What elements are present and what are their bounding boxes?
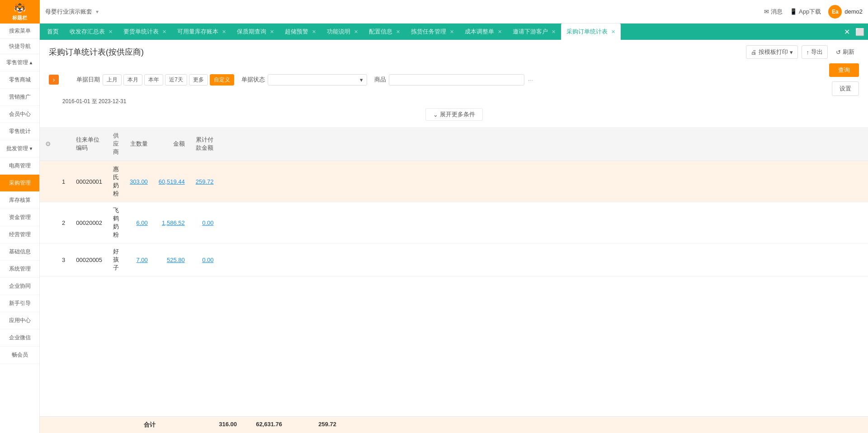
tab-goods-stats[interactable]: 要货单统计表 ✕ (118, 24, 172, 40)
sidebar-item-finance[interactable]: 资金管理 (0, 209, 39, 226)
avatar: Ea (828, 5, 842, 19)
close-icon[interactable]: ✕ (611, 29, 615, 35)
page-title: 采购订单统计表(按供应商) (49, 47, 144, 57)
sidebar-item-new-guide[interactable]: 新手引导 (0, 295, 39, 312)
tab-goods-stats-label: 要货单统计表 (123, 28, 159, 36)
filter-status-select[interactable]: ▾ (268, 74, 367, 86)
export-icon: ↑ (807, 49, 810, 56)
tab-inventory-book[interactable]: 可用量库存账本 ✕ (172, 24, 231, 40)
filter-date-this-year[interactable]: 本年 (144, 74, 163, 86)
refresh-button[interactable]: ↺ 刷新 (831, 46, 859, 58)
sidebar-items-list: 零售管理 ▲ 零售商城 营销推广 会员中心 零售统计 批发管理 ▼ 电商管理 采… (0, 54, 39, 433)
tab-invite-downstream[interactable]: 邀请下游客户 ✕ (507, 24, 561, 40)
table-row: 3 00020005 好孩子 7.00 525.80 0.00 (40, 243, 868, 276)
filter-date-this-month[interactable]: 本月 (123, 74, 142, 86)
td-supplier: 惠氏奶粉 (108, 161, 124, 202)
tab-overstock[interactable]: 超储预警 ✕ (279, 24, 321, 40)
sidebar-item-retail-stats[interactable]: 零售统计 (0, 123, 39, 140)
filter-goods-group: 商品 ··· (374, 74, 535, 86)
td-paid-amount: 259.72 (190, 161, 219, 202)
topbar-message-btn[interactable]: ✉ 消息 (764, 8, 783, 16)
sidebar-item-basic-info[interactable]: 基础信息 (0, 243, 39, 261)
dropdown-arrow-icon[interactable]: ▾ (96, 9, 99, 15)
sidebar-item-system-manage[interactable]: 系统管理 (0, 261, 39, 278)
tab-func-desc[interactable]: 功能说明 ✕ (321, 24, 363, 40)
export-button[interactable]: ↑ 导出 (802, 45, 828, 59)
td-settings (40, 243, 57, 276)
close-icon[interactable]: ✕ (450, 29, 454, 35)
setting-button[interactable]: 设置 (832, 81, 859, 96)
close-icon[interactable]: ✕ (354, 29, 358, 35)
tab-expiry-query[interactable]: 保质期查询 ✕ (231, 24, 279, 40)
sidebar-nav-label[interactable]: 快捷导航 (0, 39, 39, 54)
tab-purchase-order-stats-label: 采购订单统计表 (566, 28, 608, 36)
tab-cost-adjust[interactable]: 成本调整单 ✕ (459, 24, 507, 40)
sidebar-item-wholesale-manage[interactable]: 批发管理 ▼ (0, 140, 39, 157)
close-icon[interactable]: ✕ (498, 29, 502, 35)
close-icon[interactable]: ✕ (552, 29, 556, 35)
close-icon[interactable]: ✕ (222, 29, 226, 35)
sidebar-item-inventory[interactable]: 库存核算 (0, 192, 39, 209)
filter-collapse-btn[interactable]: › (49, 75, 59, 85)
sidebar-item-vip[interactable]: 畅会员 (0, 347, 39, 364)
close-icon[interactable]: ✕ (270, 29, 274, 35)
footer-paid-amount: 259.72 (288, 421, 342, 429)
print-button[interactable]: 🖨 按模板打印 ▾ (746, 45, 798, 59)
filter-bar: › 单据日期 上月 本月 本年 近7天 更多 自定义 (49, 63, 859, 127)
sidebar-item-enterprise-wechat[interactable]: 企业微信 (0, 329, 39, 347)
settings-icon[interactable]: ⚙ (45, 140, 51, 148)
tab-config-label: 配置信息 (369, 28, 392, 36)
footer-unit-code (84, 421, 138, 429)
close-icon[interactable]: ✕ (312, 29, 316, 35)
sidebar-item-enterprise-coop[interactable]: 企业协同 (0, 278, 39, 295)
sidebar-item-ecommerce[interactable]: 电商管理 (0, 157, 39, 175)
page: 采购订单统计表(按供应商) 🖨 按模板打印 ▾ ↑ 导出 ↺ 刷新 (40, 40, 868, 433)
expand-more-btn[interactable]: ⌄ 展开更多条件 (425, 108, 483, 121)
tab-func-desc-label: 功能说明 (327, 28, 350, 36)
sidebar-item-marketing[interactable]: 营销推广 (0, 89, 39, 106)
table-footer: 合计 316.00 62,631.76 259.72 (40, 416, 868, 433)
logo-text: 标题栏 (12, 14, 27, 21)
sidebar-item-app-center[interactable]: 应用中心 (0, 312, 39, 329)
close-icon[interactable]: ✕ (162, 29, 166, 35)
query-button[interactable]: 查询 (829, 63, 859, 77)
tab-config-info[interactable]: 配置信息 ✕ (363, 24, 406, 40)
maximize-icon[interactable]: ⬜ (854, 27, 866, 37)
td-supplier: 好孩子 (108, 243, 124, 276)
th-settings: ⚙ (40, 127, 57, 161)
table-area: ⚙ 往来单位编码 供应商 主数量 金额 累计付款金额 1 (40, 127, 868, 416)
sidebar-search-label[interactable]: 搜索菜单 (3, 27, 37, 35)
topbar-user-btn[interactable]: Ea demo2 (828, 5, 863, 19)
td-extra (219, 202, 868, 243)
filter-goods-more-btn[interactable]: ··· (526, 75, 535, 85)
close-icon[interactable]: ✕ (396, 29, 400, 35)
filter-date-last-month[interactable]: 上月 (103, 74, 122, 86)
sidebar-item-operations[interactable]: 经营管理 (0, 226, 39, 243)
close-all-icon[interactable]: ✕ (842, 27, 852, 37)
sidebar-item-retail-mall[interactable]: 零售商城 (0, 71, 39, 89)
table-body: 1 00020001 惠氏奶粉 303.00 60,519.44 259.72 … (40, 161, 868, 276)
tab-home[interactable]: 首页 (42, 24, 64, 40)
close-icon[interactable]: ✕ (108, 29, 113, 35)
tab-pick-task[interactable]: 拣货任务管理 ✕ (406, 24, 459, 40)
sidebar-search-section[interactable]: 搜索菜单 (0, 24, 39, 39)
sidebar-item-purchase-manage[interactable]: 采购管理 (0, 175, 39, 192)
filter-goods-input[interactable] (389, 74, 524, 86)
tab-collect-pay[interactable]: 收发存汇总表 ✕ (64, 24, 118, 40)
topbar-title: 母婴行业演示账套 (45, 8, 92, 16)
sidebar-item-retail-manage[interactable]: 零售管理 ▲ (0, 54, 39, 71)
phone-icon: 📱 (790, 8, 797, 15)
chevron-down-icon: ▼ (29, 146, 33, 151)
message-label: 消息 (771, 8, 783, 16)
topbar-app-btn[interactable]: 📱 App下载 (790, 8, 821, 16)
td-main-qty: 7.00 (124, 243, 153, 276)
footer-label: 合计 (138, 421, 206, 429)
td-supplier: 飞鹤奶粉 (108, 202, 124, 243)
sidebar-item-member-center[interactable]: 会员中心 (0, 106, 39, 123)
filter-date-7days[interactable]: 近7天 (165, 74, 187, 86)
tab-purchase-order-stats[interactable]: 采购订单统计表 ✕ (561, 24, 621, 40)
filter-right-actions: 查询 设置 (829, 63, 859, 96)
filter-status-group: 单据状态 ▾ (241, 74, 367, 86)
filter-date-custom[interactable]: 自定义 (210, 74, 234, 86)
filter-date-more[interactable]: 更多 (189, 74, 208, 86)
